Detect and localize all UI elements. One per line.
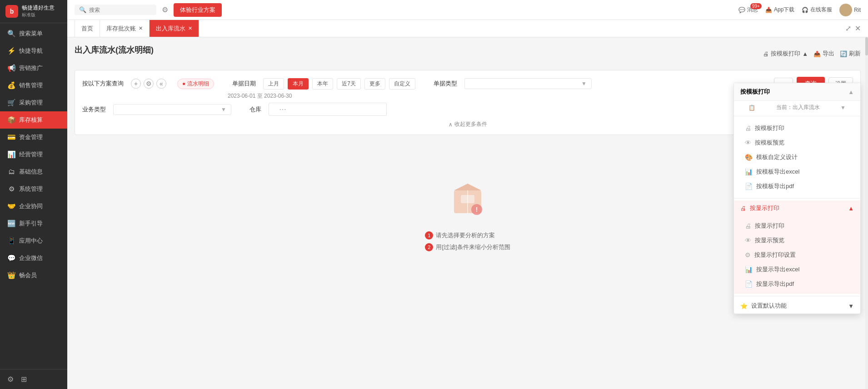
export-button[interactable]: 📤 导出 [813, 50, 834, 58]
message-action[interactable]: 💬 消息 99+ [738, 6, 758, 14]
print-icon: 🖨 [745, 125, 751, 132]
scrollbar-thumb[interactable] [865, 37, 868, 55]
filter-settings-button[interactable]: ⚙ [144, 79, 154, 89]
tab-home[interactable]: 首页 [75, 20, 100, 37]
collapse-label: 收起更多条件 [454, 120, 487, 128]
template-preview-item[interactable]: 👁 按模板预览 [734, 135, 860, 150]
chevron-up-icon-2: ∧ [449, 121, 453, 128]
industry-solution-button[interactable]: 体验行业方案 [174, 3, 222, 17]
card-icon: 💳 [7, 133, 15, 141]
date-btn-more[interactable]: 更多 [364, 78, 385, 90]
app-name: 畅捷通好生意 [22, 5, 55, 12]
dropdown-header: 按模板打印 ▲ [734, 83, 860, 101]
display-print-icon-2: 🖨 [745, 222, 751, 229]
business-type-select[interactable]: ▼ [113, 104, 231, 115]
display-section-arrow: ▲ [848, 205, 854, 212]
sidebar-item-search[interactable]: 🔍 搜索菜单 [0, 25, 67, 42]
scrollbar-track[interactable] [865, 37, 868, 389]
warehouse-select[interactable]: ⋯ [269, 103, 387, 116]
topbar-gear-icon[interactable]: ⚙ [162, 5, 168, 14]
tab-batch-account-close[interactable]: ✕ [139, 25, 143, 31]
display-print-item[interactable]: 🖨 按显示打印 [734, 219, 860, 233]
filter-tag[interactable]: ● 流水明细 [177, 79, 214, 89]
date-btn-this-year[interactable]: 本年 [312, 78, 333, 90]
tab-close-all-button[interactable]: ✕ [855, 24, 861, 33]
gear-icon: ⚙ [7, 185, 15, 193]
sidebar-item-guide[interactable]: 🆕 新手引导 [0, 215, 67, 232]
online-service-action[interactable]: 🎧 在线客服 [802, 6, 832, 14]
template-custom-item[interactable]: 🎨 模板自定义设计 [734, 150, 860, 165]
template-export-pdf-item[interactable]: 📄 按模板导出pdf [734, 179, 860, 194]
refresh-button[interactable]: 🔄 刷新 [840, 50, 861, 58]
sidebar-item-inventory[interactable]: 📦 库存核算 [0, 111, 67, 129]
sidebar-item-enterprise[interactable]: 🤝 企业协同 [0, 198, 67, 215]
date-filter: 上月 本月 本年 近7天 更多 自定义 [263, 78, 415, 90]
print-template-button[interactable]: 🖨 按模板打印 ▲ [763, 50, 808, 58]
display-export-excel-label: 按显示导出excel [756, 265, 799, 274]
display-print-section-title[interactable]: 🖨 按显示打印 ▲ [734, 200, 860, 216]
filter-label: 按以下方案查询 [82, 80, 124, 88]
display-print-settings-item[interactable]: ⚙ 按显示打印设置 [734, 248, 860, 262]
sidebar-item-member[interactable]: 👑 畅会员 [0, 267, 67, 284]
display-export-pdf-item[interactable]: 📄 按显示导出pdf [734, 277, 860, 291]
sidebar-item-wechat[interactable]: 💬 企业微信 [0, 249, 67, 267]
sidebar-item-basics[interactable]: 🗂 基础信息 [0, 163, 67, 180]
search-box[interactable]: 🔍 [75, 5, 156, 15]
app-download-action[interactable]: 📥 App下载 [765, 6, 794, 14]
sidebar-item-quick-nav[interactable]: ⚡ 快捷导航 [0, 42, 67, 60]
sidebar-item-purchase[interactable]: 🛒 采购管理 [0, 94, 67, 111]
warehouse-label: 仓库 [249, 105, 261, 114]
warehouse-more-button[interactable]: ⋯ [277, 105, 288, 114]
dropdown-title: 按模板打印 [740, 88, 770, 96]
tab-batch-account[interactable]: 库存批次账 ✕ [100, 20, 150, 37]
empty-tip-1: 1 请先选择要分析的方案 [425, 231, 510, 239]
empty-illustration: ! [445, 177, 490, 222]
display-export-excel-item[interactable]: 📊 按显示导出excel [734, 262, 860, 277]
page-header-actions: 🖨 按模板打印 ▲ 📤 导出 🔄 刷新 [763, 50, 861, 58]
collapse-more-button[interactable]: ∧ 收起更多条件 [449, 120, 487, 128]
sidebar-item-label: 库存核算 [19, 116, 43, 124]
date-btn-last-month[interactable]: 上月 [263, 78, 284, 90]
bill-type-select[interactable]: ▼ [464, 78, 592, 89]
template-export-excel-label: 按模板导出excel [756, 168, 799, 176]
sidebar-item-finance[interactable]: 💳 资金管理 [0, 129, 67, 146]
template-export-excel-item[interactable]: 📊 按模板导出excel [734, 165, 860, 179]
chevron-up-icon-3[interactable]: ▲ [848, 89, 854, 95]
sidebar-item-sales[interactable]: 💰 销售管理 [0, 77, 67, 94]
set-default-section[interactable]: ⭐ 设置默认功能 ▼ [734, 298, 860, 314]
current-template-item[interactable]: 📋 当前：出入库流水 ▼ [734, 101, 860, 114]
filter-add-button[interactable]: + [131, 79, 141, 89]
sidebar-item-app-center[interactable]: 📱 应用中心 [0, 232, 67, 249]
display-print-section: 🖨 按显示打印 👁 按显示预览 ⚙ 按显示打印设置 📊 按显示导出excel 📄 [734, 216, 860, 294]
display-preview-item[interactable]: 👁 按显示预览 [734, 233, 860, 248]
sidebar-item-operations[interactable]: 📊 经营管理 [0, 146, 67, 163]
search-input[interactable] [89, 7, 144, 13]
online-service-label: 在线客服 [810, 6, 832, 14]
template-print-item[interactable]: 🖨 按模板打印 [734, 121, 860, 135]
template-preview-label: 按模板预览 [755, 139, 784, 147]
tip-number-1: 1 [425, 231, 433, 239]
message-icon: 💬 [738, 7, 745, 13]
date-btn-this-month[interactable]: 本月 [288, 78, 309, 90]
tab-inout-flow-close[interactable]: ✕ [188, 25, 192, 31]
sidebar-item-system[interactable]: ⚙ 系统管理 [0, 180, 67, 198]
collapse-footer-icon[interactable]: ⊞ [21, 375, 27, 384]
date-btn-7days[interactable]: 近7天 [337, 78, 361, 90]
sidebar-item-marketing[interactable]: 📢 营销推广 [0, 60, 67, 77]
cart-icon: 🛒 [7, 99, 15, 107]
user-profile[interactable]: Rit [839, 4, 861, 16]
date-btn-custom[interactable]: 自定义 [389, 78, 415, 90]
preview-icon: 👁 [745, 139, 751, 146]
display-print-settings-label: 按显示打印设置 [754, 251, 796, 259]
tab-expand-button[interactable]: ⤢ [845, 24, 851, 33]
settings-footer-icon[interactable]: ⚙ [7, 375, 14, 384]
sidebar-item-label: 搜索菜单 [19, 30, 43, 38]
tab-inout-flow[interactable]: 出入库流水 ✕ [150, 20, 199, 37]
page-content: 出入库流水(流水明细) 🖨 按模板打印 ▲ 📤 导出 🔄 刷新 [67, 37, 868, 389]
set-default-arrow: ▼ [848, 303, 854, 309]
main-area: 🔍 ⚙ 体验行业方案 💬 消息 99+ 📥 App下载 🎧 在线客服 Rit [67, 0, 868, 389]
dropdown-header-actions: ▲ [848, 89, 854, 95]
app-version: 标准版 [22, 12, 55, 18]
sidebar-item-label: 营销推广 [19, 64, 43, 72]
filter-collapse-button[interactable]: « [156, 79, 166, 89]
